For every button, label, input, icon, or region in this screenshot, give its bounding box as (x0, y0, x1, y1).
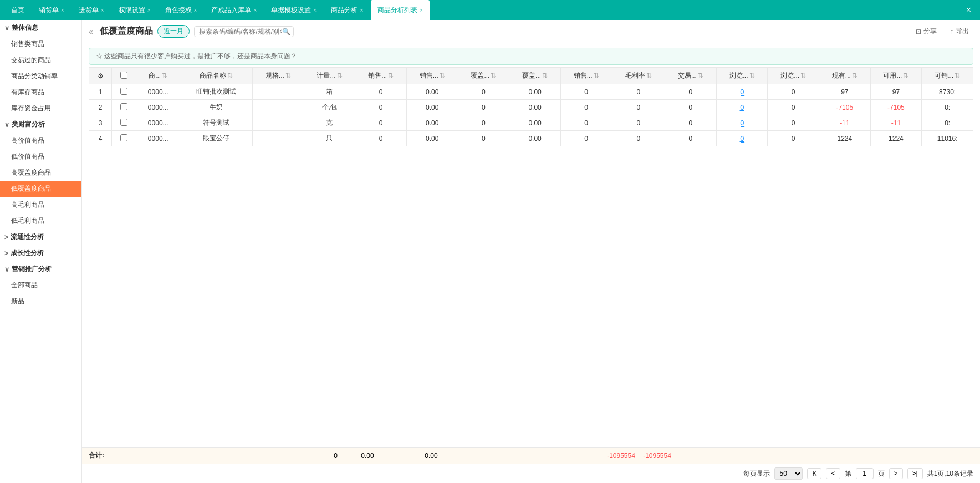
close-template-tab[interactable]: × (313, 7, 317, 13)
column-sales2[interactable]: 销售...⇅ (406, 68, 458, 84)
table-area[interactable]: ⚙ 商...⇅ 商品名称⇅ 规格...⇅ 计量...⇅ 销售...⇅ 销售...… (82, 67, 980, 447)
nav-item-warehouse[interactable]: 产成品入库单 × (205, 0, 263, 20)
sidebar-section-liquidity[interactable]: > 流通性分析 (0, 229, 81, 245)
chevron-down-icon-3: ∨ (4, 266, 9, 273)
close-roles-tab[interactable]: × (194, 7, 197, 13)
column-unit[interactable]: 计量...⇅ (304, 68, 355, 84)
footer-cov2: 0.00 (415, 452, 448, 460)
sidebar: ∨ 整体信息 销售类商品 交易过的商品 商品分类动销率 有库存商品 库存资金占用… (0, 20, 82, 483)
sidebar-item-inventory-goods[interactable]: 有库存商品 (0, 84, 81, 100)
search-icon[interactable]: 🔍 (282, 28, 290, 35)
column-checkbox[interactable] (112, 68, 136, 84)
close-permissions-tab[interactable]: × (147, 7, 151, 13)
nav-item-home[interactable]: 首页 (4, 0, 31, 20)
nav-item-template[interactable]: 单据模板设置 × (264, 0, 323, 20)
column-saleable[interactable]: 可销...⇅ (922, 68, 973, 84)
close-purchase-tab[interactable]: × (101, 7, 104, 13)
export-icon: ↑ (950, 28, 953, 35)
table-row: 30000...符号测试克00.0000.000000̲0-11-110: (89, 115, 973, 131)
main-layout: ∨ 整体信息 销售类商品 交易过的商品 商品分类动销率 有库存商品 库存资金占用… (0, 20, 980, 483)
column-name[interactable]: 商品名称⇅ (180, 68, 253, 84)
sidebar-item-low-value[interactable]: 低价值商品 (0, 149, 81, 165)
column-spec[interactable]: 规格...⇅ (253, 68, 304, 84)
footer-sales2: 0.00 (351, 452, 384, 460)
nav-item-purchase[interactable]: 进货单 × (72, 0, 111, 20)
collapse-sidebar-button[interactable]: « (89, 27, 93, 36)
export-button[interactable]: ↑ 导出 (946, 24, 973, 38)
page-number-input[interactable] (856, 468, 874, 479)
footer-current: -1095554 (603, 452, 639, 460)
column-code[interactable]: 商...⇅ (136, 68, 180, 84)
column-sales1[interactable]: 销售...⇅ (355, 68, 407, 84)
window-close-button[interactable]: × (962, 3, 976, 17)
close-analysis-tab[interactable]: × (360, 7, 363, 13)
sidebar-item-sales-goods[interactable]: 销售类商品 (0, 36, 81, 52)
column-current[interactable]: 现有...⇅ (819, 68, 870, 84)
nav-item-analysis[interactable]: 商品分析 × (324, 0, 370, 20)
row-checkbox-1[interactable] (120, 103, 127, 110)
column-coverage1[interactable]: 覆盖...⇅ (458, 68, 509, 84)
sidebar-section-wealth[interactable]: ∨ 类财富分析 (0, 116, 81, 133)
page-title: 低覆盖度商品 (100, 26, 153, 37)
column-browse1[interactable]: 浏览...⇅ (716, 68, 768, 84)
column-browse2[interactable]: 浏览...⇅ (768, 68, 819, 84)
sidebar-section-marketing[interactable]: ∨ 营销推广分析 (0, 261, 81, 277)
sidebar-section-growth[interactable]: > 成长性分析 (0, 245, 81, 261)
select-all-checkbox[interactable] (120, 72, 127, 79)
sidebar-item-inventory-funds[interactable]: 库存资金占用 (0, 100, 81, 116)
sidebar-item-low-margin[interactable]: 低毛利商品 (0, 213, 81, 229)
footer-total: 合计: 0 0.00 0.00 -1095554 -1095554 (82, 447, 980, 464)
nav-item-roles[interactable]: 角色授权 × (159, 0, 204, 20)
sidebar-item-traded-goods[interactable]: 交易过的商品 (0, 52, 81, 68)
row-checkbox-0[interactable] (120, 88, 127, 95)
pagination: 每页显示 50 100 200 K < 第 页 > >| 共1页,10条记录 (82, 464, 980, 483)
column-sales3[interactable]: 销售...⇅ (560, 68, 612, 84)
time-filter-button[interactable]: 近一月 (157, 25, 190, 38)
sidebar-item-all-goods[interactable]: 全部商品 (0, 277, 81, 293)
sidebar-section-overall[interactable]: ∨ 整体信息 (0, 20, 81, 36)
column-trade[interactable]: 交易...⇅ (665, 68, 717, 84)
content-header: « 低覆盖度商品 近一月 🔍 ⊡ 分享 ↑ 导出 (82, 20, 980, 43)
table-row: 40000...眼宝公仔只00.0000.000000̲012241224110… (89, 131, 973, 146)
top-navigation: 首页 销货单 × 进货单 × 权限设置 × 角色授权 × 产成品入库单 × 单据… (0, 0, 980, 20)
sidebar-item-high-value[interactable]: 高价值商品 (0, 133, 81, 149)
share-button[interactable]: ⊡ 分享 (911, 24, 941, 38)
column-available[interactable]: 可用...⇅ (870, 68, 922, 84)
row-checkbox-3[interactable] (120, 134, 127, 141)
first-page-button[interactable]: K (807, 468, 821, 479)
share-icon: ⊡ (916, 28, 921, 35)
search-input[interactable] (199, 28, 282, 35)
table-header-row: ⚙ 商...⇅ 商品名称⇅ 规格...⇅ 计量...⇅ 销售...⇅ 销售...… (89, 68, 973, 84)
sidebar-item-high-margin[interactable]: 高毛利商品 (0, 197, 81, 213)
sidebar-item-high-coverage[interactable]: 高覆盖度商品 (0, 165, 81, 181)
last-page-button[interactable]: >| (907, 468, 923, 479)
page-label: 第 (845, 469, 851, 479)
next-page-button[interactable]: > (889, 468, 903, 479)
table-row: 10000...旺铺批次测试箱00.0000.000000̲097978730: (89, 84, 973, 100)
goods-table: ⚙ 商...⇅ 商品名称⇅ 规格...⇅ 计量...⇅ 销售...⇅ 销售...… (89, 67, 973, 146)
per-page-select[interactable]: 50 100 200 (774, 467, 803, 480)
column-coverage2[interactable]: 覆盖...⇅ (509, 68, 561, 84)
footer-available: -1095554 (639, 452, 675, 460)
sidebar-item-category-rate[interactable]: 商品分类动销率 (0, 68, 81, 84)
nav-item-permissions[interactable]: 权限设置 × (112, 0, 157, 20)
close-warehouse-tab[interactable]: × (253, 7, 257, 13)
sidebar-item-low-coverage[interactable]: 低覆盖度商品 (0, 181, 81, 197)
content-area: « 低覆盖度商品 近一月 🔍 ⊡ 分享 ↑ 导出 ☆ 这些商品只有很少客户购买过… (82, 20, 980, 483)
chevron-right-icon-2: > (4, 250, 8, 257)
sidebar-item-new-goods[interactable]: 新品 (0, 293, 81, 309)
column-gross-margin[interactable]: 毛利率⇅ (612, 68, 665, 84)
total-pages-label: 共1页,10条记录 (927, 469, 973, 479)
nav-item-sales[interactable]: 销货单 × (32, 0, 71, 20)
prev-page-button[interactable]: < (826, 468, 840, 479)
close-sales-tab[interactable]: × (61, 7, 64, 13)
table-row: 20000...牛奶个,包00.0000.000000̲0-7105-71050… (89, 100, 973, 115)
chevron-down-icon-2: ∨ (4, 121, 9, 129)
chevron-down-icon: ∨ (4, 24, 9, 32)
search-box: 🔍 (194, 26, 294, 37)
column-settings[interactable]: ⚙ (89, 68, 112, 84)
row-checkbox-2[interactable] (120, 119, 127, 126)
footer-sales1: 0 (320, 452, 351, 460)
nav-item-analysis-list[interactable]: 商品分析列表 × (371, 0, 430, 20)
close-analysis-list-tab[interactable]: × (420, 7, 423, 13)
